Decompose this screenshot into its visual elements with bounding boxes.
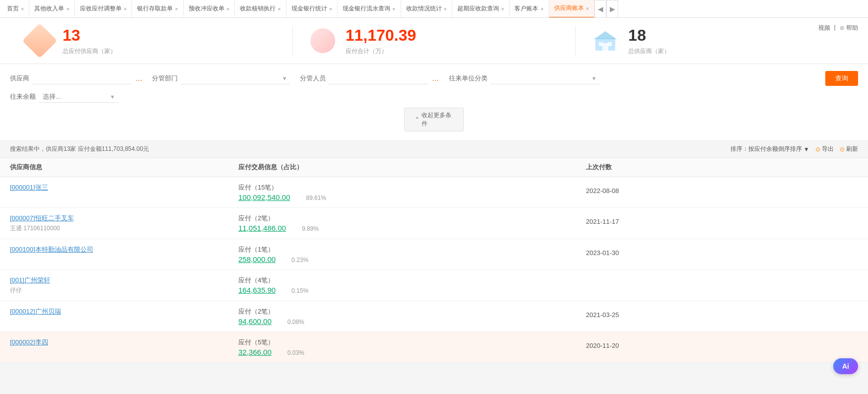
- transaction-percent: 0.08%: [288, 319, 304, 326]
- balance-input[interactable]: [39, 91, 118, 103]
- category-dropdown-wrap: ▼: [491, 72, 600, 84]
- dept-input[interactable]: [181, 72, 290, 84]
- table-row: [000001]张三 应付（15笔） 100,092,540.00 89.61%…: [0, 177, 868, 208]
- transaction-amount[interactable]: 164,635.90: [238, 286, 276, 294]
- supplier-name-link[interactable]: [000012]广州贝瑞: [10, 307, 238, 316]
- transaction-amount[interactable]: 32,366.00: [238, 348, 272, 356]
- nav-tab-home-close[interactable]: ×: [21, 6, 24, 12]
- collapse-button[interactable]: ⌃ 收起更多条件: [404, 108, 464, 131]
- nav-tab-recv-stat[interactable]: 收款情况统计 ×: [401, 0, 452, 18]
- nav-tab-recv-verify-close[interactable]: ×: [278, 6, 281, 12]
- supplier-input[interactable]: [32, 72, 132, 84]
- transaction-amount[interactable]: 258,000.00: [238, 255, 276, 263]
- nav-tab-overdue-recv-close[interactable]: ×: [501, 6, 504, 12]
- summary-area: 视频 | ⊙ 帮助 13 总应付供应商（家） 11,170.39 应付合计（万）: [0, 18, 868, 64]
- transaction-amount[interactable]: 100,092,540.00: [238, 193, 290, 201]
- nav-tab-ar-ap-adj[interactable]: 应收应付调整单 ×: [75, 0, 132, 18]
- nav-tab-bank-deposit-close[interactable]: ×: [175, 6, 178, 12]
- transaction-percent: 89.61%: [306, 195, 326, 201]
- nav-prev-arrow[interactable]: ◀: [594, 0, 606, 18]
- filter-row-1: 供应商 ... 分管部门 ▼ 分管人员 ... 往来单位分类 ▼: [10, 71, 858, 86]
- collapse-label: 收起更多条件: [422, 111, 453, 128]
- sort-arrow-icon: ▼: [803, 146, 809, 153]
- last-pay-date: 2021-11-17: [586, 218, 858, 225]
- refresh-button[interactable]: ⊙ 刷新: [840, 145, 858, 153]
- transaction-percent: 9.89%: [302, 225, 319, 232]
- nav-tab-cash-bank-stat-close[interactable]: ×: [329, 6, 332, 12]
- transaction-amount[interactable]: 94,600.00: [238, 317, 272, 326]
- help-link[interactable]: ⊙ 帮助: [840, 24, 858, 32]
- category-input[interactable]: [491, 72, 600, 84]
- nav-tab-other-income[interactable]: 其他收入单 ×: [29, 0, 74, 18]
- sort-area: 排序：按应付余额倒序排序 ▼ ⊙ 导出 ⊙ 刷新: [730, 145, 858, 153]
- nav-tab-supplier-book-close[interactable]: ×: [586, 5, 589, 11]
- nav-tab-prepay-recv[interactable]: 预收冲应收单 ×: [184, 0, 235, 18]
- transaction-percent: 0.15%: [291, 287, 308, 294]
- nav-tab-ar-ap-adj-close[interactable]: ×: [124, 6, 127, 12]
- nav-tab-recv-verify[interactable]: 收款核销执行 ×: [235, 0, 286, 18]
- transaction-label: 应付（5笔）: [238, 338, 586, 347]
- supplier-dots[interactable]: ...: [136, 74, 142, 83]
- nav-tab-home[interactable]: 首页 ×: [2, 0, 29, 18]
- transaction-amount[interactable]: 11,051,486.00: [238, 224, 286, 232]
- filter-item-balance: 往来余额 ▼: [10, 91, 118, 103]
- svg-marker-4: [594, 31, 617, 39]
- transaction-cell: 应付（5笔） 32,366.00 0.03%: [238, 338, 586, 356]
- export-button[interactable]: ⊙ 导出: [815, 145, 834, 153]
- nav-tab-prepay-recv-close[interactable]: ×: [226, 6, 229, 12]
- table-row: [001]广州荣轩 仔仔 应付（4笔） 164,635.90 0.15%: [0, 270, 868, 301]
- nav-tab-ar-ap-adj-label: 应收应付调整单: [80, 4, 122, 13]
- nav-tab-supplier-book[interactable]: 供应商账本 ×: [549, 0, 594, 18]
- sort-button[interactable]: 排序：按应付余额倒序排序 ▼: [730, 145, 809, 153]
- nav-tab-cash-bank-stat[interactable]: 现金银行统计 ×: [287, 0, 338, 18]
- last-pay-date: 2022-08-08: [586, 187, 858, 195]
- dept-label: 分管部门: [152, 74, 178, 83]
- transaction-label: 应付（2笔）: [238, 214, 586, 223]
- nav-tab-supplier-book-label: 供应商账本: [554, 4, 584, 12]
- nav-tab-other-income-close[interactable]: ×: [66, 6, 69, 12]
- person-input[interactable]: [329, 72, 428, 84]
- transaction-percent: 0.23%: [291, 257, 308, 263]
- summary-label-3: 总供应商（家）: [628, 47, 670, 56]
- balance-label: 往来余额: [10, 92, 36, 101]
- video-link[interactable]: 视频: [818, 24, 830, 32]
- nav-tab-customer-book-close[interactable]: ×: [540, 6, 543, 12]
- filter-row-2: 往来余额 ▼: [10, 91, 858, 103]
- flower-icon: [308, 26, 338, 56]
- filter-item-category: 往来单位分类 ▼: [449, 72, 600, 84]
- nav-tab-prepay-recv-label: 预收冲应收单: [189, 4, 224, 13]
- person-dots[interactable]: ...: [432, 74, 438, 83]
- supplier-label: 供应商: [10, 74, 29, 83]
- supplier-cell: [001]广州荣轩 仔仔: [10, 276, 238, 295]
- supplier-cell: [000012]广州贝瑞: [10, 307, 238, 316]
- table-row: [000002]李四 应付（5笔） 32,366.00 0.03% 2020-1…: [0, 332, 868, 363]
- supplier-name-link[interactable]: [000002]李四: [10, 338, 238, 347]
- nav-tab-cash-bank-flow[interactable]: 现金银行流水查询 ×: [338, 0, 401, 18]
- lastpay-cell: 2023-01-30: [586, 245, 858, 257]
- transaction-label: 应付（2笔）: [238, 307, 586, 316]
- supplier-name-link[interactable]: [001]广州荣轩: [10, 276, 238, 285]
- supplier-name-link[interactable]: [000100]本特勤油品有限公司: [10, 245, 238, 254]
- nav-tab-overdue-recv[interactable]: 超期应收款查询 ×: [452, 0, 509, 18]
- supplier-name-link[interactable]: [000007]恒旺二手叉车: [10, 214, 238, 223]
- nav-tab-cash-bank-flow-close[interactable]: ×: [392, 6, 395, 12]
- lastpay-cell: 2020-11-20: [586, 338, 858, 349]
- person-label: 分管人员: [300, 74, 326, 83]
- summary-card-1: 13 总应付供应商（家）: [10, 26, 293, 56]
- transaction-cell: 应付（2笔） 94,600.00 0.08%: [238, 307, 586, 326]
- transaction-cell: 应付（2笔） 11,051,486.00 9.89%: [238, 214, 586, 232]
- balance-dropdown-wrap: ▼: [39, 91, 118, 103]
- table-row: [000007]恒旺二手叉车 王通 17106110000 应付（2笔） 11,…: [0, 208, 868, 239]
- store-icon: [590, 26, 620, 56]
- nav-tab-bank-deposit-label: 银行存取款单: [137, 4, 173, 13]
- nav-tab-recv-stat-close[interactable]: ×: [444, 6, 447, 12]
- query-button[interactable]: 查询: [825, 71, 858, 86]
- transaction-cell: 应付（4笔） 164,635.90 0.15%: [238, 276, 586, 294]
- nav-tab-bank-deposit[interactable]: 银行存取款单 ×: [132, 0, 183, 18]
- nav-tab-recv-verify-label: 收款核销执行: [240, 4, 276, 13]
- nav-tab-customer-book[interactable]: 客户账本 ×: [509, 0, 549, 18]
- supplier-sub-info: 仔仔: [10, 286, 238, 295]
- nav-next-arrow[interactable]: ▶: [606, 0, 618, 18]
- supplier-name-link[interactable]: [000001]张三: [10, 183, 238, 192]
- table-header: 供应商信息 应付交易信息（占比） 上次付数: [0, 158, 868, 177]
